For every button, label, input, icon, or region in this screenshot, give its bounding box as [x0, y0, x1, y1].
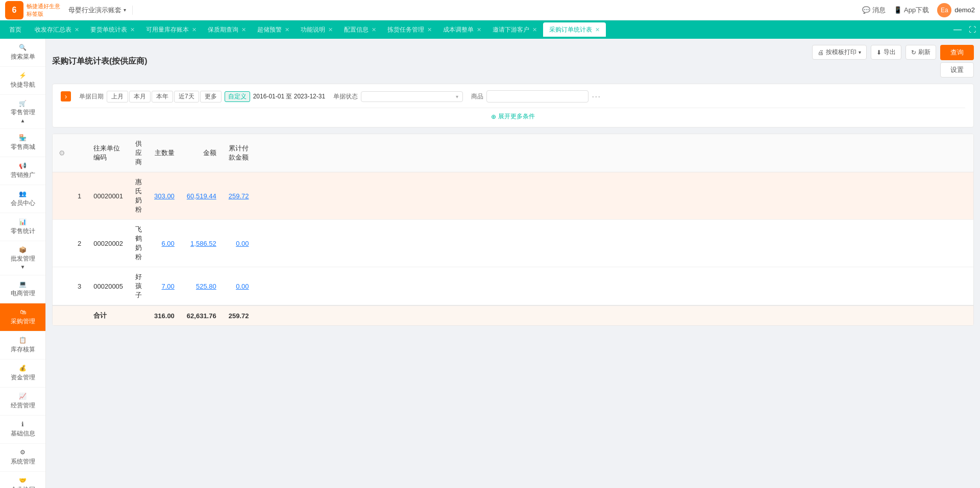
tab-home[interactable]: 首页 [2, 22, 29, 37]
template-print-button[interactable]: 🖨 按模板打印 ▾ [812, 45, 867, 60]
more-options-icon[interactable]: ··· [592, 92, 601, 101]
message-button[interactable]: 💬 消息 [862, 6, 886, 15]
quick-nav-icon: ⚡ [19, 72, 27, 79]
expand-more-row[interactable]: ⊕ 展开更多条件 [61, 108, 965, 121]
enterprise-icon: 🤝 [19, 477, 27, 484]
sidebar-item-quick-nav[interactable]: ⚡ 快捷导航 [0, 67, 45, 95]
expand-toggle-button[interactable]: › [61, 91, 71, 101]
close-tab-icon[interactable]: ✕ [372, 27, 376, 33]
sidebar-item-operation[interactable]: 📈 经营管理 [0, 388, 45, 416]
close-active-tab-icon[interactable]: ✕ [595, 27, 600, 33]
close-tab-icon[interactable]: ✕ [477, 27, 481, 33]
status-filter-group: 单据状态 ▾ [333, 91, 463, 102]
sidebar-item-retail-shop[interactable]: 🏪 零售商城 [0, 129, 45, 157]
right-btn-group: 查询 设置 [940, 45, 974, 78]
close-tab-icon[interactable]: ✕ [285, 27, 289, 33]
period-last-month[interactable]: 上月 [107, 91, 128, 102]
column-settings-icon[interactable]: ⚙ [59, 149, 65, 157]
download-icon: 📱 [894, 6, 902, 14]
col-settings-header: ⚙ [53, 134, 71, 172]
sidebar-item-retail-mgmt[interactable]: 🛒 零售管理 ▲ [0, 95, 45, 129]
settings-button[interactable]: 设置 [940, 62, 974, 78]
close-tab-icon[interactable]: ✕ [241, 27, 246, 33]
cell-amount[interactable]: 60,519.44 [181, 172, 223, 220]
cell-index: 1 [71, 172, 87, 220]
product-input[interactable] [486, 90, 589, 102]
header-actions: 🖨 按模板打印 ▾ ⬇ 导出 ↻ 刷新 查询 设置 [812, 45, 974, 78]
cell-amount[interactable]: 525.80 [181, 267, 223, 306]
tab-end-buttons: — ⛶ [951, 24, 978, 35]
cell-paid[interactable]: 0.00 [223, 267, 255, 306]
sidebar-item-search[interactable]: 🔍 搜索菜单 [0, 39, 45, 67]
period-this-month[interactable]: 本月 [129, 91, 151, 102]
export-button[interactable]: ⬇ 导出 [871, 45, 901, 60]
sidebar-item-retail-stats[interactable]: 📊 零售统计 [0, 213, 45, 241]
date-filter-label: 单据日期 [79, 92, 104, 101]
cell-index: 2 [71, 220, 87, 267]
footer-supplier-cell [129, 305, 148, 325]
status-select[interactable]: ▾ [361, 91, 463, 102]
print-dropdown-icon: ▾ [859, 49, 861, 55]
export-icon: ⬇ [876, 49, 881, 56]
sidebar-item-inventory[interactable]: 📋 库存核算 [0, 331, 45, 359]
sidebar-item-basic-info[interactable]: ℹ 基础信息 [0, 416, 45, 444]
cell-quantity[interactable]: 303.00 [148, 172, 181, 220]
cell-quantity[interactable]: 6.00 [148, 220, 181, 267]
close-tab-icon[interactable]: ✕ [532, 27, 537, 33]
period-7days[interactable]: 近7天 [174, 91, 199, 102]
tab-order-stats[interactable]: 要货单统计表 ✕ [85, 22, 140, 37]
maximize-window-icon[interactable]: ⛶ [967, 24, 978, 35]
sidebar-item-purchase[interactable]: 🛍 采购管理 [0, 303, 45, 331]
tab-purchase-order-stats[interactable]: 采购订单统计表 ✕ [543, 22, 606, 37]
user-avatar[interactable]: Ea demo2 [937, 3, 975, 17]
tab-pick-task[interactable]: 拣货任务管理 ✕ [382, 22, 437, 37]
sidebar-item-ecommerce[interactable]: 💻 电商管理 [0, 275, 45, 303]
sidebar-item-wholesale[interactable]: 📦 批发管理 ▼ [0, 241, 45, 275]
tab-collect-pay[interactable]: 收发存汇总表 ✕ [30, 22, 84, 37]
close-tab-icon[interactable]: ✕ [427, 27, 432, 33]
retail-mgmt-icon: 🛒 [19, 100, 27, 107]
date-range-display: 2016-01-01 至 2023-12-31 [253, 92, 325, 101]
sidebar-item-enterprise[interactable]: 🤝 企业协同 [0, 472, 45, 488]
refresh-button[interactable]: ↻ 刷新 [905, 45, 936, 60]
main-content: 采购订单统计表(按供应商) 🖨 按模板打印 ▾ ⬇ 导出 ↻ 刷新 查询 设置 [46, 39, 980, 488]
sidebar-item-marketing[interactable]: 📢 营销推广 [0, 157, 45, 185]
cell-index: 3 [71, 267, 87, 306]
close-tab-icon[interactable]: ✕ [192, 27, 197, 33]
custom-date-tag[interactable]: 自定义 [225, 91, 250, 102]
workspace-selector[interactable]: 母婴行业演示账套 ▾ [62, 6, 133, 15]
cell-supplier: 飞鹤奶粉 [129, 220, 148, 267]
cell-settings [53, 220, 71, 267]
tab-expiry-query[interactable]: 保质期查询 ✕ [203, 22, 251, 37]
period-more[interactable]: 更多 [200, 91, 222, 102]
sidebar-item-system[interactable]: ⚙ 系统管理 [0, 444, 45, 472]
close-tab-icon[interactable]: ✕ [75, 27, 79, 33]
tab-function-desc[interactable]: 功能说明 ✕ [296, 22, 338, 37]
app-download-button[interactable]: 📱 App下载 [894, 6, 929, 15]
minimize-window-icon[interactable]: — [951, 24, 964, 35]
page-header: 采购订单统计表(按供应商) 🖨 按模板打印 ▾ ⬇ 导出 ↻ 刷新 查询 设置 [52, 45, 974, 78]
cell-quantity[interactable]: 7.00 [148, 267, 181, 306]
product-filter-label: 商品 [471, 92, 483, 101]
period-this-year[interactable]: 本年 [152, 91, 173, 102]
ecommerce-icon: 💻 [19, 280, 27, 288]
query-button[interactable]: 查询 [940, 45, 974, 60]
top-bar: 6 畅捷通好生意 标签版 母婴行业演示账套 ▾ 💬 消息 📱 App下载 Ea … [0, 0, 980, 20]
cell-extra [255, 172, 973, 220]
tab-available-stock[interactable]: 可用量库存账本 ✕ [141, 22, 202, 37]
tab-invite-downstream[interactable]: 邀请下游客户 ✕ [487, 22, 542, 37]
close-tab-icon[interactable]: ✕ [328, 27, 333, 33]
sidebar-item-member[interactable]: 👥 会员中心 [0, 185, 45, 213]
sidebar-item-finance[interactable]: 💰 资金管理 [0, 359, 45, 388]
filter-card: › 单据日期 上月 本月 本年 近7天 更多 自定义 2016-01-01 至 … [52, 84, 974, 127]
tab-overstock[interactable]: 超储预警 ✕ [252, 22, 295, 37]
basic-info-icon: ℹ [21, 421, 24, 428]
cell-amount[interactable]: 1,586.52 [181, 220, 223, 267]
table-footer-row: 合计 316.00 62,631.76 259.72 [53, 305, 973, 325]
close-tab-icon[interactable]: ✕ [130, 27, 135, 33]
cell-paid[interactable]: 0.00 [223, 220, 255, 267]
tab-cost-adjust[interactable]: 成本调整单 ✕ [438, 22, 486, 37]
tab-config[interactable]: 配置信息 ✕ [339, 22, 381, 37]
col-quantity-header: 主数量 [148, 134, 181, 172]
cell-paid[interactable]: 259.72 [223, 172, 255, 220]
